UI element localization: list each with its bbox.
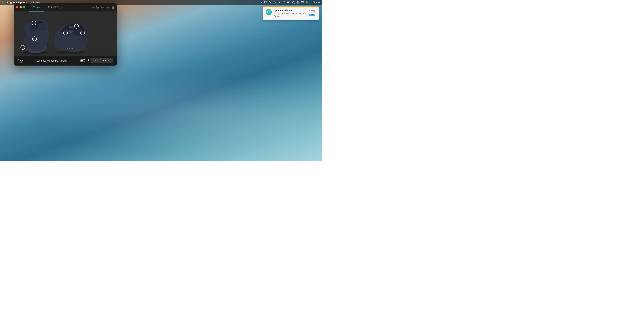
mouse-secondary-svg [49,20,90,55]
grid-icon [110,6,114,9]
minimize-button[interactable] [20,6,22,8]
svg-rect-38 [81,60,83,62]
menu-icon[interactable] [301,1,304,4]
mouse-main-view: logitech [18,15,53,56]
app-footer: logi Wireless Mouse MX Master ADD DEVICE… [14,56,117,66]
1password-icon[interactable]: ● [260,1,262,4]
indicator-side-wheel[interactable] [63,31,68,35]
notification-body: An update is available for Logitech Opti… [274,12,306,18]
logi-logo: logi [18,58,24,63]
device-battery-icon [80,59,86,62]
battery-menubar-icon[interactable] [287,1,290,4]
svg-marker-5 [283,2,285,3]
app-menu-name[interactable]: Logitech Options [7,1,28,4]
bluetooth-menubar-icon[interactable] [273,1,276,4]
app-window: Mouse Point & Scroll All Applications [14,3,117,66]
indicator-scroll-wheel[interactable] [32,21,36,25]
notification-app-icon [266,9,272,15]
svg-rect-0 [264,1,267,3]
svg-point-33 [69,48,70,50]
window-controls [14,6,28,8]
notification-popup: Update available An update is available … [262,6,319,20]
svg-rect-25 [69,26,73,33]
notification-install-button[interactable]: Install [308,13,316,17]
search-menubar-icon[interactable] [292,1,295,4]
device-bluetooth-icon [88,59,89,62]
indicator-top-button[interactable] [74,24,79,28]
timemachine-icon[interactable] [269,1,272,4]
wifi-icon[interactable] [278,1,281,4]
user-avatar-icon[interactable] [296,1,300,4]
footer-right: ADD DEVICES [80,58,113,63]
close-button[interactable] [16,6,18,8]
mouse-display: logitech [14,12,117,56]
display-icon[interactable] [264,1,267,4]
app-content: logitech [14,12,117,56]
notification-close-button[interactable]: Close [308,9,316,12]
menubar-left:  Logitech Options Window [2,1,40,4]
indicator-side-button[interactable] [32,36,37,41]
mouse-secondary-view [49,20,90,55]
indicator-left-side[interactable] [20,45,25,50]
svg-point-32 [67,48,68,49]
svg-line-9 [294,3,294,4]
svg-point-34 [72,48,73,49]
svg-rect-7 [287,2,289,3]
menubar-right: ● [260,1,320,4]
device-name: Wireless Mouse MX Master [37,59,67,62]
all-applications-section[interactable]: All Applications [92,6,117,9]
menubar:  Logitech Options Window ● [0,0,322,4]
menubar-clock: Fri 11:08 AM [306,1,320,4]
notification-buttons: Close Install [308,9,316,17]
window-menu[interactable]: Window [31,1,40,4]
maximize-button[interactable] [23,6,25,8]
notification-title: Update available [274,9,306,12]
indicator-right-button[interactable] [80,31,85,35]
apple-menu[interactable]:  [2,1,3,4]
airplay-icon[interactable] [282,1,286,4]
notification-icon-inner [268,11,270,14]
notification-content: Update available An update is available … [274,9,306,18]
add-devices-button[interactable]: ADD DEVICES [91,58,113,63]
svg-point-11 [297,1,298,2]
